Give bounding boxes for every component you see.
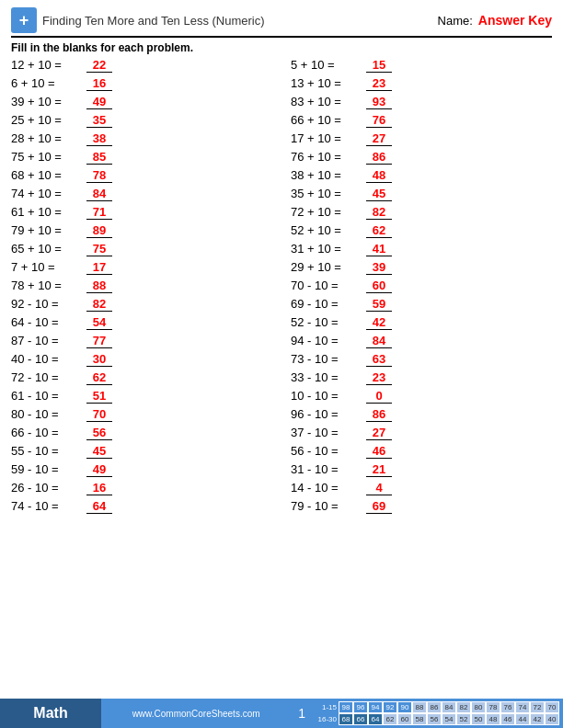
answer-blank: 77: [86, 334, 112, 348]
problem-row: 25 + 10 = 35: [11, 113, 272, 131]
footer-score-cell: 76: [500, 701, 515, 713]
problem-row: 35 + 10 = 45: [291, 187, 552, 205]
footer-table-row: 16-30686664626058565452504846444240: [313, 713, 559, 725]
footer-score-cell: 66: [353, 713, 368, 725]
problem-text: 56 - 10 =: [291, 444, 364, 458]
answer-blank: 46: [366, 444, 392, 459]
problem-row: 94 - 10 = 84: [291, 334, 552, 352]
answer-blank: 42: [366, 315, 392, 330]
header: + Finding Ten More and Ten Less (Numeric…: [11, 7, 552, 38]
problem-text: 52 - 10 =: [291, 315, 364, 329]
problem-row: 56 - 10 = 46: [291, 444, 552, 462]
answer-blank: 75: [86, 242, 112, 256]
problem-text: 94 - 10 =: [291, 334, 364, 347]
problem-text: 17 + 10 =: [291, 131, 364, 145]
footer-range-label: 16-30: [313, 715, 337, 723]
footer-score-cell: 74: [515, 701, 530, 713]
answer-blank: 51: [86, 389, 112, 404]
footer-score-cell: 60: [397, 713, 412, 725]
problem-text: 39 + 10 =: [11, 95, 85, 108]
problem-row: 66 + 10 = 76: [291, 113, 552, 131]
header-left: + Finding Ten More and Ten Less (Numeric…: [11, 7, 265, 33]
problem-text: 65 + 10 =: [11, 242, 85, 256]
problem-row: 76 + 10 = 86: [291, 150, 552, 168]
problem-text: 33 - 10 =: [291, 370, 364, 384]
footer-score-cell: 86: [427, 701, 442, 713]
answer-blank: 22: [86, 58, 112, 73]
answer-blank: 64: [86, 499, 112, 514]
problem-text: 28 + 10 =: [11, 131, 85, 145]
footer-score-cell: 90: [397, 701, 412, 713]
footer-score-cell: 62: [383, 713, 397, 725]
answer-blank: 56: [86, 426, 112, 440]
problem-row: 33 - 10 = 23: [291, 370, 552, 389]
problem-text: 79 + 10 =: [11, 223, 85, 237]
problem-row: 13 + 10 = 23: [291, 76, 552, 95]
answer-blank: 86: [366, 150, 392, 165]
problem-row: 66 - 10 = 56: [11, 426, 272, 444]
answer-blank: 21: [366, 462, 392, 477]
problem-text: 38 + 10 =: [291, 168, 364, 182]
footer-score-cell: 50: [471, 713, 486, 725]
footer-score-cell: 96: [353, 701, 368, 713]
answer-blank: 49: [86, 95, 112, 109]
name-label: Name:: [438, 14, 473, 28]
answer-key-label: Answer Key: [478, 13, 552, 28]
problem-row: 5 + 10 = 15: [291, 58, 552, 76]
footer-page-num: 1: [291, 706, 313, 721]
problem-row: 28 + 10 = 38: [11, 131, 272, 150]
problem-row: 79 + 10 = 89: [11, 223, 272, 242]
problem-text: 70 - 10 =: [291, 279, 364, 292]
problem-row: 52 - 10 = 42: [291, 315, 552, 334]
answer-blank: 82: [86, 297, 112, 312]
problem-text: 25 + 10 =: [11, 113, 85, 127]
problem-row: 37 - 10 = 27: [291, 426, 552, 444]
problem-row: 74 - 10 = 64: [11, 499, 272, 518]
footer-score-cell: 82: [456, 701, 471, 713]
problem-text: 83 + 10 =: [291, 95, 364, 108]
page: + Finding Ten More and Ten Less (Numeric…: [0, 0, 563, 728]
problem-row: 31 - 10 = 21: [291, 462, 552, 481]
problem-text: 72 - 10 =: [11, 370, 85, 384]
answer-blank: 17: [86, 260, 112, 275]
answer-blank: 88: [86, 279, 112, 293]
footer-score-cell: 48: [486, 713, 500, 725]
answer-blank: 84: [86, 187, 112, 201]
problems-container: 12 + 10 = 225 + 10 = 156 + 10 = 1613 + 1…: [11, 58, 552, 518]
answer-blank: 48: [366, 168, 392, 183]
problem-row: 52 + 10 = 62: [291, 223, 552, 242]
problem-text: 37 - 10 =: [291, 426, 364, 439]
problem-text: 12 + 10 =: [11, 58, 85, 72]
answer-blank: 49: [86, 462, 112, 477]
problem-text: 40 - 10 =: [11, 352, 85, 366]
answer-blank: 39: [366, 260, 392, 275]
footer-score-cell: 88: [412, 701, 427, 713]
answer-blank: 30: [86, 352, 112, 367]
footer-score-cell: 68: [339, 713, 353, 725]
problem-text: 73 - 10 =: [291, 352, 364, 366]
header-title: Finding Ten More and Ten Less (Numeric): [42, 14, 265, 28]
footer-score-cell: 94: [368, 701, 383, 713]
problem-text: 66 - 10 =: [11, 426, 85, 439]
answer-blank: 54: [86, 315, 112, 330]
answer-blank: 70: [86, 407, 112, 422]
footer-score-cell: 42: [530, 713, 545, 725]
answer-blank: 84: [366, 334, 392, 348]
problem-row: 68 + 10 = 78: [11, 168, 272, 187]
problem-text: 96 - 10 =: [291, 407, 364, 421]
problem-text: 69 - 10 =: [291, 297, 364, 311]
footer-score-cell: 56: [427, 713, 442, 725]
problem-text: 72 + 10 =: [291, 205, 364, 219]
answer-blank: 60: [366, 279, 392, 293]
problem-text: 76 + 10 =: [291, 150, 364, 164]
problem-text: 68 + 10 =: [11, 168, 85, 182]
problem-text: 74 - 10 =: [11, 499, 85, 513]
problem-row: 61 + 10 = 71: [11, 205, 272, 223]
problem-text: 79 - 10 =: [291, 499, 364, 513]
answer-blank: 78: [86, 168, 112, 183]
problem-row: 64 - 10 = 54: [11, 315, 272, 334]
problem-text: 31 + 10 =: [291, 242, 364, 256]
problem-text: 5 + 10 =: [291, 58, 364, 72]
answer-blank: 16: [86, 76, 112, 91]
problem-text: 61 - 10 =: [11, 389, 85, 403]
